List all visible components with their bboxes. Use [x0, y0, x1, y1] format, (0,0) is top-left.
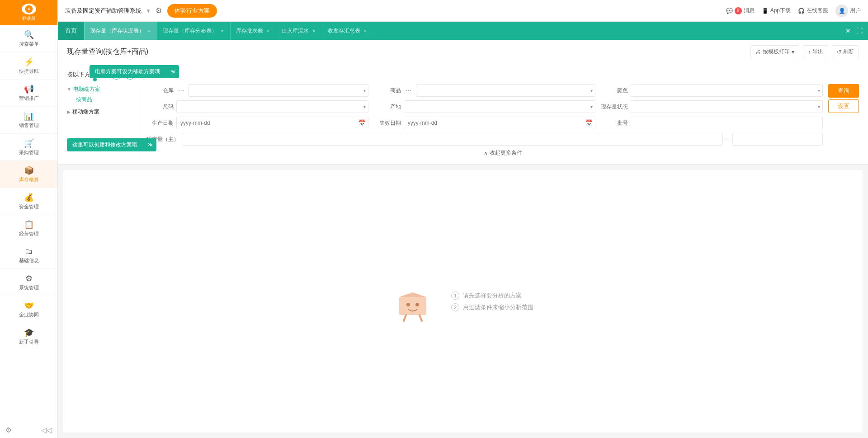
messages-action[interactable]: 💬 6 消息 — [726, 7, 755, 14]
sidebar-item-quick[interactable]: ⚡ 快捷导航 — [0, 52, 57, 80]
tab-flow-close[interactable]: × — [311, 27, 316, 34]
tab-flow[interactable]: 出入库流水 × — [276, 22, 321, 40]
produce-date-input[interactable] — [176, 117, 368, 129]
sidebar-item-purchase[interactable]: 🛒 采购管理 — [0, 134, 57, 161]
color-select[interactable] — [631, 84, 823, 97]
scheme-panel: ▼ 电脑端方案 按商品 ▶ 移动端方案 这里可以创建和修改方案哦 — [67, 84, 139, 159]
tab-bar-actions: ✕ ⛶ — [840, 22, 868, 40]
scheme-mobile[interactable]: ▶ 移动端方案 — [67, 107, 133, 117]
size-field: 尺码 — [146, 100, 368, 113]
sidebar-item-system[interactable]: ⚙ 系统管理 — [0, 269, 57, 296]
collapse-button[interactable]: ∧ 收起更多条件 — [146, 146, 859, 159]
batch-input[interactable] — [631, 117, 823, 129]
size-select[interactable] — [176, 100, 368, 113]
goods-select[interactable] — [416, 84, 595, 97]
scheme-desktop-child-label: 按商品 — [76, 96, 92, 104]
search-nav-icon: 🔍 — [24, 30, 34, 40]
svg-point-4 — [415, 303, 419, 306]
origin-select[interactable] — [404, 100, 596, 113]
goods-dots[interactable]: ··· — [404, 86, 413, 94]
sidebar-item-collab[interactable]: 🤝 企业协同 — [0, 296, 57, 323]
system-nav-icon: ⚙ — [25, 273, 33, 283]
tab-stock-status[interactable]: 现存量（库存状况表） × — [84, 22, 157, 40]
settings-icon[interactable]: ⚙ — [156, 6, 162, 15]
scheme-mobile-label: 移动端方案 — [72, 108, 99, 116]
sidebar-item-stock[interactable]: 📦 库存核算 — [0, 161, 57, 188]
logo-icon: 6 — [22, 4, 36, 14]
sidebar-item-stock-label: 库存核算 — [19, 176, 39, 183]
tooltip-scheme-mobile-close[interactable]: × — [170, 68, 174, 75]
svg-line-6 — [420, 315, 422, 321]
print-button[interactable]: 🖨 按模板打印 ▾ — [750, 45, 799, 58]
export-button[interactable]: ↑ 导出 — [803, 45, 828, 58]
header-right: 💬 6 消息 📱 App下载 🎧 在线客服 👤 用户 — [726, 5, 861, 17]
user-action[interactable]: 👤 用户 — [835, 5, 861, 17]
stock-status-select[interactable] — [631, 100, 823, 113]
warehouse-dots[interactable]: ··· — [176, 86, 186, 94]
system-dropdown-icon[interactable]: ▾ — [147, 7, 150, 14]
sidebar-item-marketing[interactable]: 📢 营销推广 — [0, 80, 57, 107]
basic-nav-icon: 🗂 — [25, 247, 33, 256]
expire-date-wrapper: 📅 — [404, 117, 596, 129]
batch-label: 批号 — [601, 119, 628, 127]
scheme-desktop[interactable]: ▼ 电脑端方案 — [67, 84, 133, 94]
page-actions: 🖨 按模板打印 ▾ ↑ 导出 ↺ 刷新 — [750, 45, 859, 58]
empty-tip-1: 1 请先选择要分析的方案 — [451, 292, 533, 300]
sidebar-collapse-btn[interactable]: ◁◁ — [41, 426, 52, 434]
user-label: 用户 — [850, 7, 861, 14]
size-select-wrapper — [176, 100, 368, 113]
warehouse-field: 仓库 ··· — [146, 84, 368, 97]
sidebar-bottom: ⚙ ◁◁ — [0, 422, 57, 438]
tab-home[interactable]: 首页 — [58, 22, 84, 40]
goods-select-wrapper — [416, 84, 595, 97]
print-label: 按模板打印 — [763, 48, 790, 56]
tab-stock-status-close[interactable]: × — [147, 27, 151, 34]
header-left: 装备及固定资产辅助管理系统 ▾ ⚙ 体验行业方案 — [65, 4, 217, 18]
sidebar-item-guide[interactable]: 🎓 新手引导 — [0, 323, 57, 350]
sidebar-item-sales[interactable]: 📊 销售管理 — [0, 107, 57, 134]
refresh-button[interactable]: ↺ 刷新 — [832, 45, 859, 58]
sidebar-item-operation[interactable]: 📋 经营管理 — [0, 215, 57, 242]
expire-date-cal-icon[interactable]: 📅 — [585, 119, 593, 127]
tab-stock-dist-close[interactable]: × — [220, 27, 224, 34]
logo-text: 标准版 — [22, 15, 36, 22]
tab-expand-icon[interactable]: ⛶ — [854, 25, 864, 36]
guide-nav-icon: 🎓 — [24, 328, 34, 338]
online-support-action[interactable]: 🎧 在线客服 — [798, 7, 828, 14]
headset-icon: 🎧 — [798, 8, 805, 14]
query-button[interactable]: 查询 — [828, 84, 859, 98]
finance-nav-icon: 💰 — [24, 193, 34, 203]
sidebar-item-basic[interactable]: 🗂 基础信息 — [0, 242, 57, 269]
empty-state-tips: 1 请先选择要分析的方案 2 用过滤条件来缩小分析范围 — [451, 292, 533, 311]
expire-date-input[interactable] — [404, 117, 596, 129]
sidebar-item-search-label: 搜索菜单 — [19, 41, 39, 47]
scheme-desktop-child-1[interactable]: 按商品 — [67, 94, 133, 105]
sidebar-item-finance[interactable]: 💰 资金管理 — [0, 188, 57, 215]
warehouse-select[interactable] — [189, 84, 368, 97]
set-button[interactable]: 设置 — [828, 99, 859, 113]
origin-select-wrapper — [404, 100, 596, 113]
produce-date-cal-icon[interactable]: 📅 — [358, 119, 366, 127]
collapse-chevron-icon: ∧ — [484, 150, 488, 156]
trial-button[interactable]: 体验行业方案 — [167, 4, 217, 18]
color-field: 颜色 — [601, 84, 823, 97]
tab-close-all-icon[interactable]: ✕ — [844, 25, 853, 36]
online-support-label: 在线客服 — [807, 7, 828, 14]
tooltip-create-scheme-close[interactable]: × — [148, 141, 151, 148]
tab-batch-close[interactable]: × — [266, 27, 270, 34]
tab-stock-dist[interactable]: 现存量（库存分布表） × — [157, 22, 230, 40]
tab-summary-close[interactable]: × — [363, 27, 368, 34]
stock-qty-min[interactable] — [182, 133, 723, 146]
sidebar-item-search[interactable]: 🔍 搜索菜单 — [0, 25, 57, 52]
marketing-nav-icon: 📢 — [24, 84, 34, 94]
sidebar-settings-btn[interactable]: ⚙ — [5, 426, 12, 434]
tooltip-scheme-mobile: 电脑方案可设为移动方案哦 × — [90, 65, 179, 78]
tab-batch[interactable]: 库存批次账 × — [230, 22, 276, 40]
goods-field: 商品 ··· — [374, 84, 596, 97]
app-download-action[interactable]: 📱 App下载 — [762, 7, 791, 14]
tip-text-2: 用过滤条件来缩小分析范围 — [463, 303, 533, 311]
stock-qty-max[interactable] — [732, 133, 823, 146]
produce-date-label: 生产日期 — [146, 119, 174, 127]
tab-summary[interactable]: 收发存汇总表 × — [322, 22, 373, 40]
tip-text-1: 请先选择要分析的方案 — [463, 292, 522, 300]
